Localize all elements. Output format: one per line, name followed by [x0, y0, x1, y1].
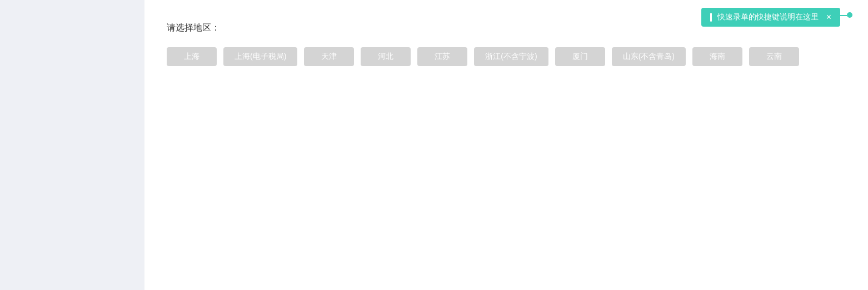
region-button-shandong[interactable]: 山东(不含青岛): [612, 47, 686, 66]
tooltip-close-button[interactable]: ×: [826, 13, 831, 22]
region-button-zhejiang[interactable]: 浙江(不含宁波): [474, 47, 548, 66]
tooltip-line: [840, 15, 847, 16]
region-button-jiangsu[interactable]: 江苏: [417, 47, 467, 66]
region-button-shanghai[interactable]: 上海: [167, 47, 217, 66]
region-button-xiamen[interactable]: 厦门: [555, 47, 605, 66]
main-content: 请选择地区： 上海上海(电子税局)天津河北江苏浙江(不含宁波)厦门山东(不含青岛…: [144, 0, 868, 290]
tooltip-banner: 快速录单的快捷键说明在这里 ×: [701, 8, 840, 27]
tooltip-text: 快速录单的快捷键说明在这里: [717, 12, 819, 22]
region-button-hebei[interactable]: 河北: [361, 47, 411, 66]
tooltip-dot: [847, 12, 852, 18]
region-button-tianjin[interactable]: 天津: [304, 47, 354, 66]
sidebar: [0, 0, 144, 290]
region-button-hainan[interactable]: 海南: [692, 47, 742, 66]
region-button-shanghai-etax[interactable]: 上海(电子税局): [223, 47, 297, 66]
region-buttons: 上海上海(电子税局)天津河北江苏浙江(不含宁波)厦门山东(不含青岛)海南云南: [167, 47, 846, 66]
region-button-yunnan[interactable]: 云南: [749, 47, 799, 66]
